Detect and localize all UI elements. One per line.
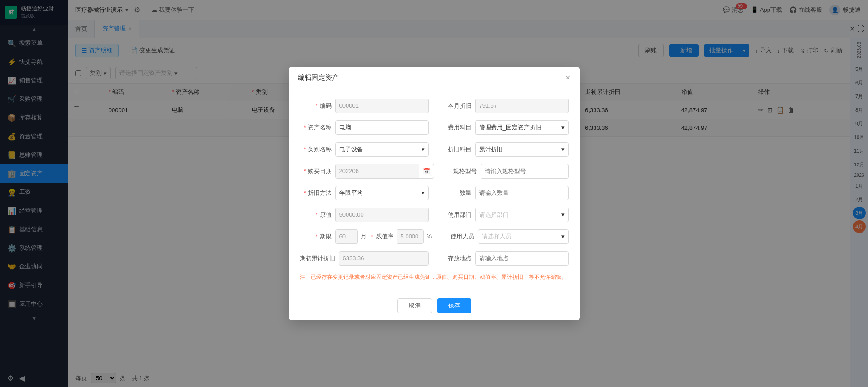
expense-subject-arrow: ▾ [561, 124, 565, 131]
field-asset-name: * 资产名称 [300, 120, 429, 135]
form-col-code: * 编码 [300, 99, 429, 113]
person-arrow: ▾ [561, 233, 565, 240]
field-location: 存放地点 [440, 251, 569, 266]
category-select[interactable]: 电子设备 ▾ [335, 142, 429, 157]
field-spec: 规格型号 [445, 164, 569, 179]
quantity-input[interactable] [475, 186, 569, 200]
form-row-7: * 期限 月 * 残值率 % [300, 229, 569, 244]
method-select[interactable]: 年限平均 ▾ [335, 186, 429, 200]
form-row-1: * 编码 本月折旧 [300, 99, 569, 113]
required-star: * [316, 102, 318, 109]
purchase-date-wrapper: 📅 [335, 164, 434, 179]
field-purchase-date: * 购买日期 📅 [300, 164, 434, 179]
modal-overlay: 编辑固定资产 × * 编码 本月折旧 [0, 0, 868, 387]
original-value-input [335, 208, 429, 222]
department-arrow: ▾ [561, 211, 565, 218]
asset-name-input[interactable] [335, 120, 429, 135]
method-arrow: ▾ [422, 189, 425, 196]
dep-subject-select[interactable]: 累计折旧 ▾ [475, 142, 569, 157]
purchase-date-input[interactable] [336, 164, 419, 178]
code-input[interactable] [335, 99, 429, 113]
modal-note: 注：已经存在变更记录或者对应固定资产已经生成凭证，原值、购买日期、残值率、累计折… [300, 273, 569, 282]
spec-input[interactable] [481, 164, 569, 179]
form-row-6: * 原值 使用部门 请选择部门 ▾ [300, 208, 569, 222]
form-col-dep-subject: 折旧科目 累计折旧 ▾ [440, 142, 569, 157]
form-col-location: 存放地点 [440, 251, 569, 266]
form-row-8: 期初累计折旧 存放地点 [300, 251, 569, 266]
form-col-purchase-date: * 购买日期 📅 [300, 164, 434, 179]
field-dep-subject: 折旧科目 累计折旧 ▾ [440, 142, 569, 157]
modal-footer: 取消 保存 [289, 291, 580, 320]
field-method: * 折旧方法 年限平均 ▾ [300, 186, 429, 200]
expense-subject-select[interactable]: 管理费用_固定资产折旧 ▾ [475, 120, 569, 135]
form-col-department: 使用部门 请选择部门 ▾ [440, 208, 569, 222]
category-arrow: ▾ [422, 146, 425, 153]
form-row-4: * 购买日期 📅 规格型号 [300, 164, 569, 179]
field-monthly-dep: 本月折旧 [440, 99, 569, 113]
field-quantity: 数量 [440, 186, 569, 200]
edit-fixed-asset-modal: 编辑固定资产 × * 编码 本月折旧 [289, 67, 580, 320]
form-row-5: * 折旧方法 年限平均 ▾ 数量 [300, 186, 569, 200]
field-period: * 期限 月 * 残值率 % [300, 229, 432, 244]
dep-subject-arrow: ▾ [561, 146, 565, 153]
field-person: 使用人员 请选择人员 ▾ [442, 229, 568, 244]
department-select[interactable]: 请选择部门 ▾ [475, 208, 569, 222]
form-col-original-value: * 原值 [300, 208, 429, 222]
form-col-period-residual: * 期限 月 * 残值率 % [300, 229, 432, 244]
location-input[interactable] [475, 251, 569, 266]
initial-accumulated-input [339, 251, 429, 266]
field-expense-subject: 费用科目 管理费用_固定资产折旧 ▾ [440, 120, 569, 135]
residual-rate-input [397, 229, 424, 244]
field-department: 使用部门 请选择部门 ▾ [440, 208, 569, 222]
period-input [335, 229, 358, 244]
save-btn[interactable]: 保存 [437, 298, 471, 313]
form-col-method: * 折旧方法 年限平均 ▾ [300, 186, 429, 200]
form-col-monthly-dep: 本月折旧 [440, 99, 569, 113]
cancel-btn[interactable]: 取消 [397, 298, 432, 313]
field-category: * 类别名称 电子设备 ▾ [300, 142, 429, 157]
form-col-person: 使用人员 请选择人员 ▾ [442, 229, 568, 244]
form-col-asset-name: * 资产名称 [300, 120, 429, 135]
field-code: * 编码 [300, 99, 429, 113]
modal-body: * 编码 本月折旧 [289, 89, 580, 291]
modal-title: 编辑固定资产 [298, 74, 339, 82]
monthly-dep-input [475, 99, 569, 113]
form-row-2: * 资产名称 费用科目 管理费用_固定资产折旧 ▾ [300, 120, 569, 135]
form-row-3: * 类别名称 电子设备 ▾ 折旧科目 累计折旧 ▾ [300, 142, 569, 157]
field-initial-accumulated: 期初累计折旧 [300, 251, 429, 266]
modal-header: 编辑固定资产 × [289, 67, 580, 89]
form-col-spec: 规格型号 [445, 164, 569, 179]
modal-close-btn[interactable]: × [565, 73, 570, 83]
form-col-category: * 类别名称 电子设备 ▾ [300, 142, 429, 157]
person-select[interactable]: 请选择人员 ▾ [478, 229, 568, 244]
form-col-initial-accumulated: 期初累计折旧 [300, 251, 429, 266]
field-original-value: * 原值 [300, 208, 429, 222]
form-col-quantity: 数量 [440, 186, 569, 200]
form-col-expense-subject: 费用科目 管理费用_固定资产折旧 ▾ [440, 120, 569, 135]
calendar-icon[interactable]: 📅 [419, 168, 434, 174]
